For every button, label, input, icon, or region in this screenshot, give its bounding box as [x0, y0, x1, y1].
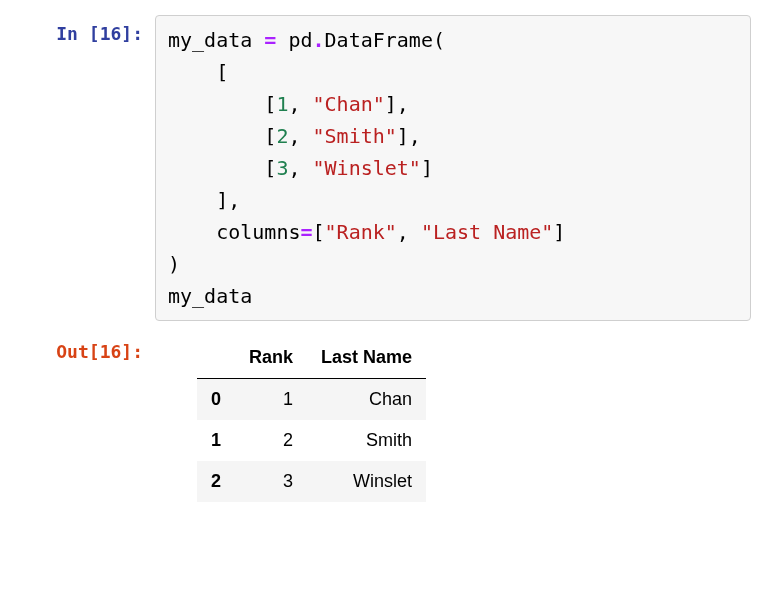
c2: ,	[288, 124, 300, 148]
in-prompt-suffix: ]:	[121, 23, 143, 44]
cell-lastname: Chan	[307, 379, 426, 421]
output-area: Rank Last Name 0 1 Chan 1 2 Smith 2 3	[155, 333, 751, 506]
cell-rank: 1	[235, 379, 307, 421]
s3: "Winslet"	[313, 156, 421, 180]
row-index: 1	[197, 420, 235, 461]
input-cell: In [16]: my_data = pd.DataFrame( [ [1, "…	[15, 15, 751, 321]
eq: =	[300, 220, 312, 244]
lbr-cols: [	[313, 220, 325, 244]
last-line: my_data	[168, 284, 252, 308]
cell-rank: 2	[235, 420, 307, 461]
in-exec-count: 16	[100, 23, 122, 44]
c1b: ,	[397, 92, 409, 116]
c2b: ,	[409, 124, 421, 148]
s1: "Chan"	[313, 92, 385, 116]
cell-lastname: Smith	[307, 420, 426, 461]
code-dot: .	[313, 28, 325, 52]
lbr-r1: [	[264, 92, 276, 116]
c4: ,	[228, 188, 240, 212]
col-header-lastname: Last Name	[307, 337, 426, 379]
code-editor[interactable]: my_data = pd.DataFrame( [ [1, "Chan"], […	[155, 15, 751, 321]
rbr-r2: ]	[397, 124, 409, 148]
col-header-rank: Rank	[235, 337, 307, 379]
n1: 1	[276, 92, 288, 116]
table-row: 2 3 Winslet	[197, 461, 426, 502]
lbr1: [	[216, 60, 228, 84]
code-var: my_data	[168, 28, 252, 52]
c1: ,	[288, 92, 300, 116]
input-prompt: In [16]:	[15, 15, 155, 44]
row-index: 0	[197, 379, 235, 421]
lpar: (	[433, 28, 445, 52]
s2: "Smith"	[313, 124, 397, 148]
out-prompt-prefix: Out[	[56, 341, 99, 362]
rbr-r1: ]	[385, 92, 397, 116]
in-prompt-prefix: In [	[56, 23, 99, 44]
c5: ,	[397, 220, 409, 244]
lbr-r3: [	[264, 156, 276, 180]
output-cell: Out[16]: Rank Last Name 0 1 Chan 1 2	[15, 333, 751, 506]
rbr1: ]	[216, 188, 228, 212]
rpar: )	[168, 252, 180, 276]
out-exec-count: 16	[100, 341, 122, 362]
n3: 3	[276, 156, 288, 180]
col2: "Last Name"	[421, 220, 553, 244]
rbr-r3: ]	[421, 156, 433, 180]
table-row: 1 2 Smith	[197, 420, 426, 461]
code-assign: =	[264, 28, 276, 52]
col1: "Rank"	[325, 220, 397, 244]
n2: 2	[276, 124, 288, 148]
table-header-row: Rank Last Name	[197, 337, 426, 379]
cell-rank: 3	[235, 461, 307, 502]
table-row: 0 1 Chan	[197, 379, 426, 421]
row-index: 2	[197, 461, 235, 502]
table-corner	[197, 337, 235, 379]
lbr-r2: [	[264, 124, 276, 148]
output-prompt: Out[16]:	[15, 333, 155, 362]
cell-lastname: Winslet	[307, 461, 426, 502]
code-func: DataFrame	[325, 28, 433, 52]
c3: ,	[288, 156, 300, 180]
out-prompt-suffix: ]:	[121, 341, 143, 362]
dataframe-table: Rank Last Name 0 1 Chan 1 2 Smith 2 3	[197, 337, 426, 502]
code-mod: pd	[288, 28, 312, 52]
rbr-cols: ]	[553, 220, 565, 244]
kw-columns: columns	[216, 220, 300, 244]
